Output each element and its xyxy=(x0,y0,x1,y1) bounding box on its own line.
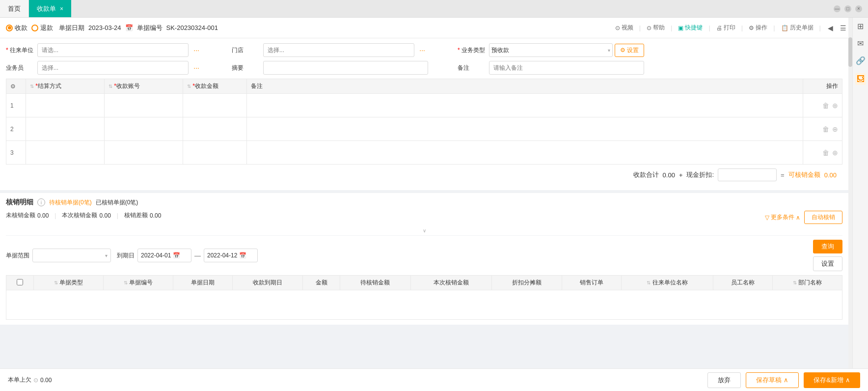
store-more-icon[interactable]: ··· xyxy=(416,46,428,54)
row-3-delete-icon[interactable]: 🗑 xyxy=(822,149,829,157)
radio-refund[interactable]: 退款 xyxy=(31,24,53,32)
row-2-settlement[interactable] xyxy=(26,117,105,141)
window-minimize-button[interactable]: — xyxy=(834,5,841,12)
row-1-remark[interactable] xyxy=(247,94,803,117)
select-all-checkbox[interactable] xyxy=(17,279,23,285)
th-dept-name: ⇅ 部门名称 xyxy=(772,276,842,290)
row-2-remark[interactable] xyxy=(247,117,803,141)
counterpart-input[interactable] xyxy=(37,43,189,57)
th-amount: 金额 xyxy=(303,276,340,290)
actions-button[interactable]: ⚙ 操作 xyxy=(747,23,769,33)
counterpart-label: 往来单位 xyxy=(6,46,35,55)
bottom-table-header: ⇅ 单据类型 ⇅ 单据编号 单据日期 收款到期日 xyxy=(6,276,842,290)
toolbar: 收款 退款 单据日期 2023-03-24 📅 单据编号 SK-20230324… xyxy=(0,18,868,38)
save-draft-button[interactable]: 保存草稿 ∧ xyxy=(746,372,799,388)
verify-table: ⇅ 单据类型 ⇅ 单据编号 单据日期 收款到期日 xyxy=(6,275,842,320)
tab-done[interactable]: 已核销单据(0笔) xyxy=(96,198,138,207)
window-close-button[interactable]: × xyxy=(855,5,862,12)
th-gear: ⚙ xyxy=(6,79,26,94)
radio-refund-label: 退款 xyxy=(40,24,53,32)
range-select[interactable]: ▾ xyxy=(32,249,111,262)
row-1-delete-icon[interactable]: 🗑 xyxy=(822,102,829,110)
save-new-button[interactable]: 保存&新增 ∧ xyxy=(804,372,860,388)
sidebar-camera-icon[interactable]: ⛾ xyxy=(855,73,866,85)
row-3-settlement[interactable] xyxy=(26,141,105,165)
tab-pending[interactable]: 待核销单据(0笔) xyxy=(49,198,92,207)
view-list-icon[interactable]: ☰ xyxy=(837,23,849,33)
row-2-amount[interactable] xyxy=(183,117,247,141)
row-1-amount[interactable] xyxy=(183,94,247,117)
filter-settings-button[interactable]: 设置 xyxy=(813,256,842,271)
th-doc-number: ⇅ 单据编号 xyxy=(103,276,173,290)
table-gear-icon[interactable]: ⚙ xyxy=(10,83,16,90)
video-icon: ⊙ xyxy=(615,25,620,31)
row-3-amount[interactable] xyxy=(183,141,247,165)
print-button[interactable]: 🖨 打印 xyxy=(714,23,737,33)
tab-active-label: 收款单 xyxy=(37,4,56,13)
verify-stats: 未核销金额 0.00 | 本次核销金额 0.00 | 核销差额 0.00 xyxy=(6,211,161,220)
row-1-account[interactable] xyxy=(105,94,183,117)
current-value: 0.00 xyxy=(99,212,110,219)
sidebar-table-icon[interactable]: ⊞ xyxy=(857,22,864,31)
discount-input[interactable] xyxy=(718,168,777,181)
row-2-account[interactable] xyxy=(105,117,183,141)
summary-input[interactable] xyxy=(263,61,428,75)
sidebar-mail-icon[interactable]: ✉ xyxy=(857,39,864,48)
scrollbar-track xyxy=(848,18,852,368)
footer-buttons: 放弃 保存草稿 ∧ 保存&新增 ∧ xyxy=(707,372,860,388)
date-range-dash: — xyxy=(194,252,201,259)
video-button[interactable]: ⊙ 视频 xyxy=(613,23,635,33)
row-2-delete-icon[interactable]: 🗑 xyxy=(822,125,829,133)
row-1-settlement[interactable] xyxy=(26,94,105,117)
sidebar-link-icon[interactable]: 🔗 xyxy=(856,56,866,65)
calendar-icon[interactable]: 📅 xyxy=(125,24,133,31)
radio-receive[interactable]: 收款 xyxy=(6,24,27,32)
business-type-section: 业务类型 预收款 ▾ ⚙ 设置 xyxy=(458,43,644,57)
radio-refund-circle xyxy=(31,25,38,31)
row-3-copy-icon[interactable]: ⊕ xyxy=(832,149,838,157)
th-pending: 待核销金额 xyxy=(340,276,410,290)
salesperson-label: 业务员 xyxy=(6,64,35,72)
tab-close-icon[interactable]: × xyxy=(60,5,63,12)
abandon-button[interactable]: 放弃 xyxy=(707,372,741,388)
table-row: 2 🗑 ⊕ xyxy=(6,117,842,141)
form-settings-button[interactable]: ⚙ 设置 xyxy=(615,44,644,57)
th-due-date: 收款到期日 xyxy=(232,276,302,290)
remark-input[interactable] xyxy=(489,61,644,75)
footer-info-icon[interactable]: ⊙ xyxy=(33,377,38,384)
more-conditions-button[interactable]: ▽ 更多条件 ∧ xyxy=(765,213,800,222)
date-from-picker[interactable]: 2022-04-01 📅 xyxy=(137,249,191,262)
query-button[interactable]: 查询 xyxy=(813,240,842,253)
summary-section: 摘要 xyxy=(232,61,428,75)
view-prev-icon[interactable]: ◀ xyxy=(825,23,836,33)
row-1-copy-icon[interactable]: ⊕ xyxy=(832,102,838,110)
radio-receive-circle xyxy=(6,25,13,31)
date-to-picker[interactable]: 2022-04-12 📅 xyxy=(204,249,258,262)
th-counterpart-name: ⇅ 往来单位名称 xyxy=(622,276,713,290)
tab-home[interactable]: 首页 xyxy=(0,0,29,17)
tab-active[interactable]: 收款单 × xyxy=(29,0,71,17)
salesperson-input[interactable] xyxy=(37,61,189,75)
equal-sign: = xyxy=(781,171,785,179)
row-3-account[interactable] xyxy=(105,141,183,165)
window-maximize-button[interactable]: □ xyxy=(844,5,851,12)
summary-row: 收款合计 0.00 + 现金折扣: = 可核销金额 0.00 xyxy=(6,165,842,185)
result-value: 0.00 xyxy=(824,171,837,179)
number-label: 单据编号 xyxy=(137,24,163,32)
auto-verify-button[interactable]: 自动核销 xyxy=(804,211,842,224)
help-button[interactable]: ⊙ 帮助 xyxy=(645,23,667,33)
verify-info-icon[interactable]: i xyxy=(37,198,45,206)
verify-actions: ▽ 更多条件 ∧ 自动核销 xyxy=(765,211,842,224)
salesperson-more-icon[interactable]: ··· xyxy=(190,64,202,72)
row-2-copy-icon[interactable]: ⊕ xyxy=(832,125,838,133)
verify-section: 核销明细 i 待核销单据(0笔) 已核销单据(0笔) 未核销金额 0.00 | … xyxy=(0,193,848,325)
row-3-remark[interactable] xyxy=(247,141,803,165)
counterpart-more-icon[interactable]: ··· xyxy=(190,46,202,54)
scrollbar-thumb[interactable] xyxy=(848,37,852,67)
history-button[interactable]: 📋 历史单据 xyxy=(779,23,815,33)
shortcut-button[interactable]: ▣ 快捷键 xyxy=(676,23,705,33)
th-remark: 备注 xyxy=(247,79,803,94)
store-input[interactable] xyxy=(263,43,414,57)
type-radio-group: 收款 退款 xyxy=(6,24,53,32)
business-type-select[interactable]: 预收款 ▾ xyxy=(489,43,613,57)
